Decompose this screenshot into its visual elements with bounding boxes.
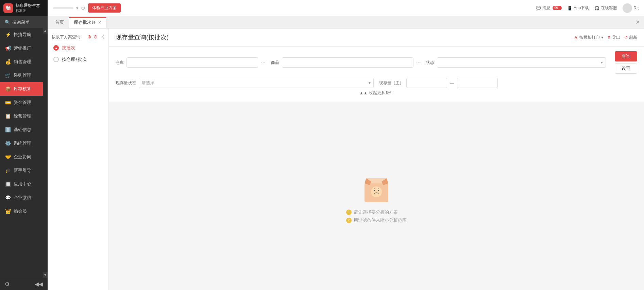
empty-illustration [359,170,393,204]
nav-label: 企业微信 [14,195,31,201]
sidebar-item-member[interactable]: 👑 畅会员 [0,204,43,218]
print-dropdown-icon[interactable]: ▾ [601,35,603,40]
nav-label: 新手引导 [14,167,31,174]
newbie-icon: 🎓 [5,167,11,174]
system-icon: ⚙️ [5,140,11,146]
messages-label: 消息 [542,5,550,11]
left-panel: 按以下方案查询 ⊕ ⊙ 《 ● 按批次 按仓库+批次 [48,29,109,290]
empty-state: 1 请先选择要分析的方案 2 用过滤条件来缩小分析范围 [109,103,644,290]
search-label: 搜索菜单 [12,19,30,25]
filter-row-2: 现存量状态 请选择 ▾ 现存量（主） — [116,78,637,88]
stock-qty-min-input[interactable] [406,78,447,88]
online-service-btn[interactable]: 🎧 在线客服 [594,5,617,11]
app-center-icon: 🔲 [5,181,11,187]
by-batch-icon: ● [53,45,59,51]
status-select[interactable]: ▾ [437,57,606,68]
settings-target-icon[interactable]: ⊙ [94,34,98,40]
goods-input[interactable] [282,57,413,68]
empty-tip-1: 1 请先选择要分析的方案 [346,209,407,215]
breadcrumb [53,7,73,9]
filter-bar: 仓库 ··· 商品 ··· 状态 ▾ [109,47,644,103]
refresh-btn[interactable]: ↺ 刷新 [624,35,637,40]
settings-icon[interactable]: ⚙ [5,281,10,287]
nav-label: 经营管理 [14,113,31,119]
purchase-icon: 🛒 [5,72,11,78]
panel-header: 按以下方案查询 ⊕ ⊙ 《 [48,32,108,42]
goods-label: 商品 [271,60,279,66]
sidebar-item-inventory[interactable]: 📦 库存核算 [0,82,43,96]
nav-label: 库存核算 [14,86,31,92]
tab-home[interactable]: 首页 [50,17,69,28]
export-label: 导出 [612,35,620,40]
marketing-icon: 📢 [5,45,11,51]
gear-icon[interactable]: ⚙ [81,5,85,11]
collapse-label: 收起更多条件 [369,90,393,96]
app-title: 畅康通好生意 [16,3,40,8]
breadcrumb-dropdown-icon[interactable]: ▾ [76,6,78,11]
scroll-up-btn[interactable]: ▲ [43,28,48,34]
export-btn[interactable]: ⬆ 导出 [607,35,620,40]
print-btn[interactable]: 🖨 按模板打印 ▾ [574,35,603,40]
sidebar-item-enterprise[interactable]: 🤝 企业协同 [0,150,43,164]
tip-num-2: 2 [346,218,352,223]
chevron-up-icon: ▲▲ [359,91,368,95]
sidebar-item-operations[interactable]: 📋 经营管理 [0,109,43,123]
active-indicator: ● [53,45,59,51]
user-name: Rit [633,6,639,11]
stock-status-label: 现存量状态 [116,80,136,86]
app-download-btn[interactable]: 📱 App下载 [567,5,589,11]
sidebar-item-sales[interactable]: 💰 销售管理 [0,55,43,69]
scroll-down-btn[interactable]: ▼ [43,272,48,278]
topbar-left: ▾ ⚙ 体验行业方案 [53,3,532,13]
collapse-more-btn[interactable]: ▲▲ 收起更多条件 [116,88,637,98]
nav-label: 快捷导航 [14,32,31,38]
nav-label: 应用中心 [14,181,31,187]
sidebar-item-wechat[interactable]: 💬 企业微信 [0,191,43,204]
nav-label: 营销推广 [14,45,31,51]
stock-status-dropdown-icon: ▾ [369,80,371,85]
nav-label: 畅会员 [14,208,27,214]
sidebar-item-marketing[interactable]: 📢 营销推广 [0,41,43,55]
sidebar-item-app-center[interactable]: 🔲 应用中心 [0,177,43,191]
warehouse-input[interactable] [126,57,258,68]
tab-close-icon[interactable]: ✕ [98,20,101,25]
panel-item-by-batch[interactable]: ● 按批次 [48,42,108,54]
add-icon[interactable]: ⊕ [87,34,91,40]
tab-inventory-batch[interactable]: 库存批次账 ✕ [69,17,106,28]
nav-label: 基础信息 [14,127,31,133]
sidebar-item-system[interactable]: ⚙️ 系统管理 [0,137,43,150]
sidebar-item-finance[interactable]: 💳 资金管理 [0,96,43,109]
stock-qty-max-input[interactable] [457,78,498,88]
messages-btn[interactable]: 💬 消息 99+ [536,5,562,11]
stock-status-select[interactable]: 请选择 ▾ [139,78,374,88]
tabbar-close-btn[interactable]: ✕ [631,19,644,25]
app-subtitle: 标准版 [16,8,40,13]
nav-label: 企业协同 [14,154,31,160]
settings-btn[interactable]: 设置 [615,64,637,74]
sidebar-item-newbie[interactable]: 🎓 新手引导 [0,164,43,177]
search-icon: 🔍 [5,20,10,25]
query-btn[interactable]: 查询 [615,51,637,61]
status-filter-group: 状态 ▾ [426,57,606,68]
sidebar-item-purchase[interactable]: 🛒 采购管理 [0,69,43,82]
refresh-label: 刷新 [629,35,637,40]
warehouse-more-icon[interactable]: ··· [261,59,265,66]
collapse-sidebar-icon[interactable]: ◀◀ [35,281,43,287]
goods-filter-group: 商品 ··· [271,57,421,68]
sales-icon: 💰 [5,59,11,65]
status-label: 状态 [426,60,434,66]
experience-btn[interactable]: 体验行业方案 [88,3,121,13]
collapse-panel-icon[interactable]: 《 [100,34,104,40]
sidebar-item-quick-nav[interactable]: ⚡ 快捷导航 [0,28,43,41]
goods-more-icon[interactable]: ··· [416,59,421,66]
query-actions: 查询 设置 [615,51,637,74]
dash-separator: — [450,80,454,86]
tip-text-2: 用过滤条件来缩小分析范围 [354,217,407,223]
sidebar-header: 畅 畅康通好生意 标准版 [0,0,48,16]
headset-icon: 🎧 [594,6,599,11]
sidebar-item-basic-info[interactable]: ℹ️ 基础信息 [0,123,43,137]
panel-item-by-warehouse-batch[interactable]: 按仓库+批次 [48,54,108,65]
search-menu[interactable]: 🔍 搜索菜单 [0,16,48,28]
user-avatar[interactable]: Rit [623,3,639,13]
tab-active-label: 库存批次账 [74,19,96,25]
